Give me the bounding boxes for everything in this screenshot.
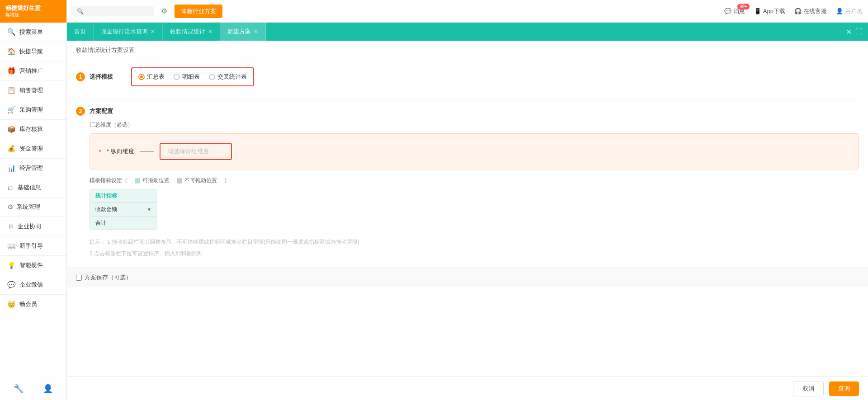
sidebar-item-search[interactable]: 🔍 搜索菜单 [0, 23, 66, 42]
indicator-row-0[interactable]: 收款金额 ▼ [90, 203, 157, 216]
sidebar-label-smart-hardware: 智能硬件 [19, 261, 43, 269]
guide-icon: 📖 [7, 242, 16, 250]
tip-line-2: 2.点击标题栏下拉可设置排序、插入列和删除列 [90, 249, 859, 259]
wechat-icon: 💬 [7, 281, 16, 289]
tab-bar: 首页 现金银行流水查询 ✕ 收款情况统计 ✕ 新建方案 ✕ ✕ ⛶ [67, 23, 868, 41]
step2-header: 2 方案配置 [76, 107, 859, 116]
radio-detail[interactable]: 明细表 [174, 73, 200, 81]
sidebar-item-purchase[interactable]: 🛒 采购管理 [0, 100, 66, 120]
member-icon: 👑 [7, 300, 16, 308]
sidebar-label-finance: 资金管理 [19, 145, 43, 153]
search-icon: 🔍 [77, 8, 84, 14]
sidebar-item-inventory[interactable]: 📦 库存核算 [0, 120, 66, 139]
step1-title: 选择模板 [90, 73, 113, 81]
radio-circle-cross [209, 74, 215, 80]
tab-new-plan-label: 新建方案 [227, 28, 251, 36]
sidebar-label-basic-info: 基础信息 [18, 184, 41, 192]
indicator-table-header: 统计指标 [90, 189, 157, 203]
radio-cross[interactable]: 交叉统计表 [209, 73, 247, 81]
user-icon: 👤 [43, 384, 53, 394]
sidebar-label-purchase: 采购管理 [19, 106, 43, 114]
sidebar-item-system[interactable]: ⚙ 系统管理 [0, 198, 66, 217]
indicator-table: 统计指标 收款金额 ▼ 合计 [90, 189, 157, 230]
enterprise-coop-icon: 🖥 [7, 223, 14, 231]
page-title: 收款情况统计方案设置 [67, 41, 868, 60]
tab-collection-stats-close[interactable]: ✕ [208, 28, 212, 35]
tab-new-plan[interactable]: 新建方案 ✕ [220, 23, 266, 41]
tab-close-all-icon[interactable]: ✕ [846, 28, 852, 36]
header-right: 💬 消息 99+ 📱 App下载 🎧 在线客服 👤 用户名 [724, 7, 863, 15]
notification-icon: 💬 [724, 8, 731, 14]
dim-required-star: * [99, 148, 101, 155]
step1-header: 1 选择模板 汇总表 明细表 交叉统计表 [76, 67, 859, 86]
service-item[interactable]: 🎧 在线客服 [794, 7, 827, 15]
sidebar-item-member[interactable]: 👑 畅会员 [0, 295, 66, 314]
fixed-box [177, 178, 182, 184]
notification-badge: 99+ [737, 4, 750, 9]
radio-cross-label: 交叉统计表 [217, 73, 247, 81]
tab-home[interactable]: 首页 [67, 23, 94, 41]
tab-new-plan-close[interactable]: ✕ [254, 28, 258, 35]
sidebar-item-finance[interactable]: 💰 资金管理 [0, 139, 66, 159]
legend-fixed: 不可拖动位置 [177, 177, 217, 184]
sidebar-bottom-settings[interactable]: 🔧 [14, 384, 24, 395]
sidebar-item-operations[interactable]: 📊 经营管理 [0, 159, 66, 178]
fixed-label: 不可拖动位置 [184, 177, 217, 184]
sidebar-item-basic-info[interactable]: 🗂 基础信息 [0, 178, 66, 198]
dropdown-arrow-0[interactable]: ▼ [147, 207, 151, 212]
content-area: 收款情况统计方案设置 1 选择模板 汇总表 明细表 [67, 41, 868, 376]
tab-bank-flow-close[interactable]: ✕ [151, 28, 155, 35]
hardware-icon: 💡 [7, 261, 16, 269]
sidebar-item-new-guide[interactable]: 📖 新手引导 [0, 236, 66, 256]
sidebar-item-enterprise-wechat[interactable]: 💬 企业微信 [0, 275, 66, 295]
sidebar-logo: 畅捷通好生意 标准版 [0, 0, 66, 23]
step2-section: 2 方案配置 汇总维度（必选） * * 纵向维度 —— 请选择分组维度 [67, 99, 868, 268]
sidebar-bottom-user[interactable]: 👤 [43, 384, 53, 395]
gear-icon[interactable]: ⚙ [161, 7, 167, 15]
tip-line-1: 提示： 1.拖动标题栏可以调整布局，不可跨维度或指标区域拖动栏目字段(只能在同一… [90, 237, 859, 247]
query-button[interactable]: 查询 [829, 381, 859, 396]
tab-bank-flow[interactable]: 现金银行流水查询 ✕ [94, 23, 163, 41]
sidebar-bottom: 🔧 👤 [0, 378, 66, 400]
sidebar-label-system: 系统管理 [17, 203, 40, 211]
service-label: 在线客服 [803, 7, 827, 15]
sidebar-item-quick-nav[interactable]: 🏠 快捷导航 [0, 42, 66, 61]
download-label: App下载 [763, 7, 785, 15]
cancel-button[interactable]: 取消 [793, 381, 824, 396]
tab-expand-icon[interactable]: ⛶ [855, 28, 863, 36]
tab-collection-stats[interactable]: 收款情况统计 ✕ [163, 23, 220, 41]
header-search[interactable]: 🔍 [72, 6, 154, 16]
draggable-box [135, 178, 140, 184]
dimension-label: 汇总维度（必选） [90, 121, 859, 129]
sidebar-label-inventory: 库存核算 [19, 125, 43, 133]
dim-row-label: * 纵向维度 [107, 147, 134, 155]
indicator-legend-prefix: 模板指标设定（ [90, 177, 127, 184]
step1-section: 1 选择模板 汇总表 明细表 交叉统计表 [67, 60, 868, 99]
trial-button[interactable]: 体验行业方案 [175, 5, 222, 18]
home-icon: 🏠 [7, 47, 16, 56]
indicator-legend-suffix: ） [224, 177, 230, 184]
radio-circle-detail [174, 74, 180, 80]
sidebar-item-smart-hardware[interactable]: 💡 智能硬件 [0, 256, 66, 275]
indicator-legend: 模板指标设定（ 可拖动位置 不可拖动位置 ） [90, 177, 859, 184]
sidebar-label-search: 搜索菜单 [19, 28, 43, 36]
legend-draggable: 可拖动位置 [135, 177, 170, 184]
sidebar-item-sales[interactable]: 📋 销售管理 [0, 81, 66, 100]
sidebar-label-member: 畅会员 [19, 300, 37, 308]
save-checkbox[interactable] [76, 275, 82, 281]
dim-select[interactable]: 请选择分组维度 [160, 143, 232, 160]
sidebar-label-enterprise-coop: 企业协同 [18, 222, 41, 231]
service-icon: 🎧 [794, 8, 802, 14]
dimension-area: * * 纵向维度 —— 请选择分组维度 [90, 133, 859, 169]
save-label: 方案保存（可选） [85, 273, 132, 282]
notification-item[interactable]: 💬 消息 99+ [724, 7, 745, 15]
radio-summary[interactable]: 汇总表 [138, 73, 165, 81]
download-item[interactable]: 📱 App下载 [754, 7, 785, 15]
step2-title: 方案配置 [90, 107, 113, 115]
radio-circle-summary [138, 74, 145, 80]
top-header: 🔍 ⚙ 体验行业方案 💬 消息 99+ 📱 App下载 🎧 在线客服 👤 用户名 [67, 0, 868, 23]
sidebar-item-marketing[interactable]: 🎁 营销推广 [0, 61, 66, 81]
indicator-settings: 模板指标设定（ 可拖动位置 不可拖动位置 ） 统计指标 [90, 177, 859, 230]
sidebar-item-enterprise-coop[interactable]: 🖥 企业协同 [0, 217, 66, 236]
user-info-item[interactable]: 👤 用户名 [836, 7, 863, 15]
